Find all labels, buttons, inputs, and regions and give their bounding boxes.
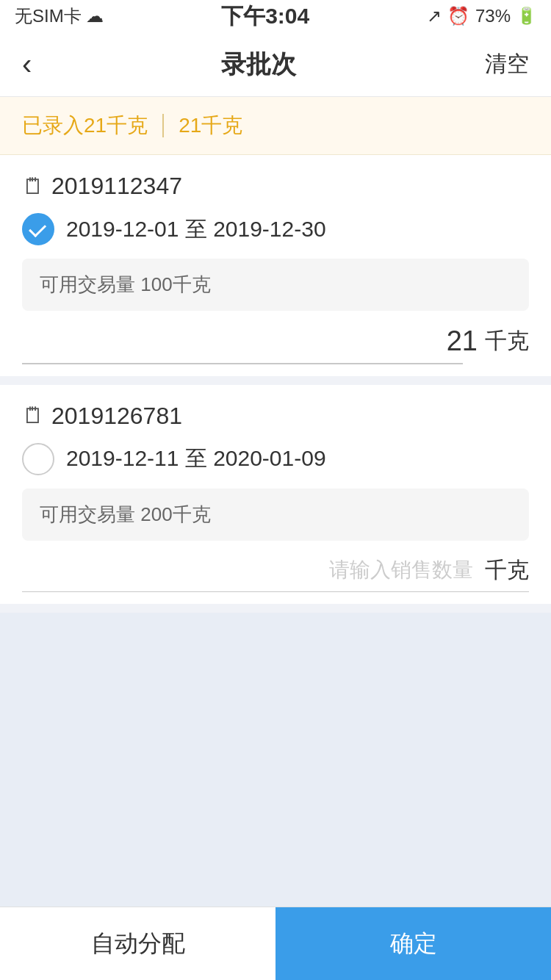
batch-2-qty-unit: 千克 [485, 555, 529, 586]
recorded-amount-value: 21千克 [179, 112, 242, 140]
battery-icon: 🔋 [516, 7, 536, 26]
batch-2-qty-placeholder: 请输入销售数量 [329, 556, 473, 584]
page-title: 录批次 [221, 48, 296, 82]
batch-2-date: 2019-12-11 至 2020-01-09 [66, 444, 326, 474]
batch-1-separator [22, 363, 463, 364]
status-right: ↗ ⏰ 73% 🔋 [427, 6, 536, 26]
batch-1-icon: 🗒 [22, 174, 44, 199]
bottom-bar: 自动分配 确定 [0, 907, 551, 980]
batch-1-id: 2019112347 [51, 173, 182, 200]
batch-card-1: 🗒 2019112347 2019-12-01 至 2019-12-30 可用交… [0, 155, 551, 376]
auto-distribute-button[interactable]: 自动分配 [0, 907, 276, 980]
batch-2-separator [22, 591, 529, 593]
batch-2-date-row: 2019-12-11 至 2020-01-09 [0, 437, 551, 483]
batch-1-qty-unit: 千克 [485, 326, 529, 356]
back-button[interactable]: ‹ [22, 48, 32, 81]
batch-2-qty-input-row[interactable]: 请输入销售数量 千克 [0, 541, 551, 591]
location-icon: ↗ [427, 6, 442, 26]
status-bar: 无SIM卡 ☁ 下午3:04 ↗ ⏰ 73% 🔋 [0, 0, 551, 32]
nav-bar: ‹ 录批次 清空 [0, 32, 551, 97]
batch-2-radio[interactable] [22, 443, 54, 475]
alarm-icon: ⏰ [447, 6, 469, 26]
batch-1-qty-value[interactable]: 21 [447, 325, 478, 357]
batch-1-qty-row: 21 千克 [0, 311, 551, 363]
batch-2-availability: 可用交易量 200千克 [22, 489, 529, 541]
batch-1-date-row: 2019-12-01 至 2019-12-30 [0, 207, 551, 253]
battery-label: 73% [475, 6, 511, 26]
batch-1-date: 2019-12-01 至 2019-12-30 [66, 215, 326, 245]
status-time: 下午3:04 [221, 1, 309, 32]
sim-label: 无SIM卡 ☁ [15, 4, 104, 28]
batch-1-availability: 可用交易量 100千克 [22, 259, 529, 311]
info-banner: 已录入21千克 21千克 [0, 97, 551, 155]
divider [162, 114, 164, 137]
batch-1-header: 🗒 2019112347 [0, 155, 551, 207]
batch-2-header: 🗒 2019126781 [0, 385, 551, 437]
recorded-amount-label: 已录入21千克 [22, 112, 148, 140]
batch-1-radio[interactable] [22, 213, 54, 245]
empty-area [0, 613, 551, 936]
confirm-button[interactable]: 确定 [276, 907, 551, 980]
status-left: 无SIM卡 ☁ [15, 4, 104, 28]
batch-2-icon: 🗒 [22, 403, 44, 428]
batch-2-id: 2019126781 [51, 403, 182, 430]
batch-card-2: 🗒 2019126781 2019-12-11 至 2020-01-09 可用交… [0, 385, 551, 605]
clear-button[interactable]: 清空 [485, 49, 529, 79]
